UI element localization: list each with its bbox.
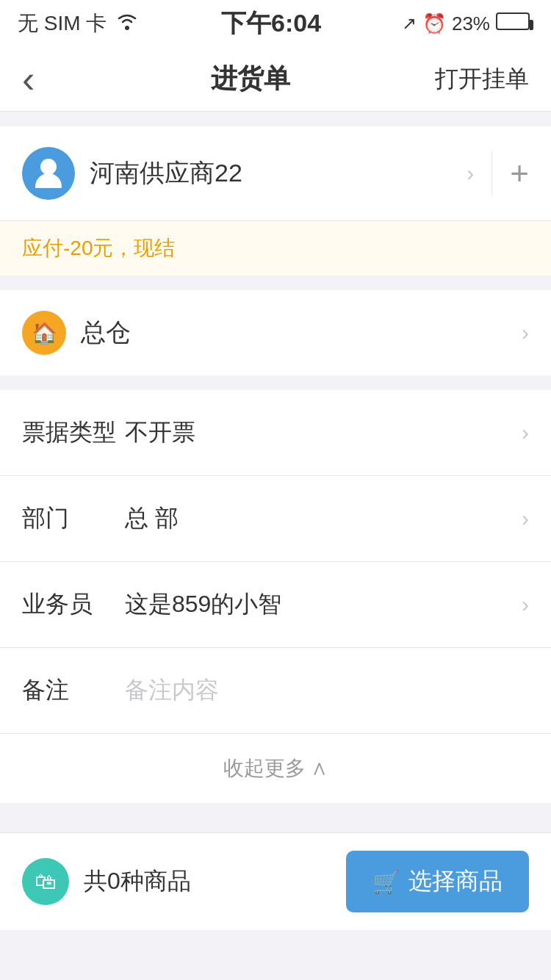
salesperson-value: 这是859的小智: [125, 588, 522, 621]
section-gap-4: [0, 803, 551, 818]
avatar-person-icon: [34, 159, 63, 188]
department-chevron-icon: ›: [522, 506, 529, 531]
remark-row[interactable]: 备注 备注内容: [0, 648, 551, 733]
select-product-label: 选择商品: [408, 865, 503, 898]
section-gap-3: [0, 375, 551, 390]
select-product-icon: 🛒: [372, 869, 400, 895]
supplier-row[interactable]: 河南供应商22 › +: [0, 126, 551, 221]
nav-bar: ‹ 进货单 打开挂单: [0, 47, 551, 112]
invoice-type-value: 不开票: [125, 417, 522, 449]
warehouse-card: 🏠 总仓 ›: [0, 290, 551, 375]
warehouse-icon: 🏠: [22, 311, 66, 355]
back-button[interactable]: ‹: [22, 57, 66, 101]
supplier-name: 河南供应商22: [90, 156, 467, 190]
section-gap-1: [0, 112, 551, 126]
supplier-chevron-icon: ›: [467, 161, 474, 186]
section-gap-2: [0, 275, 551, 290]
shopping-bag-icon: 🛍: [35, 869, 57, 894]
product-icon: 🛍: [22, 858, 69, 905]
status-left: 无 SIM 卡: [18, 10, 140, 37]
collapse-label: 收起更多 ∧: [223, 754, 328, 782]
svg-point-0: [125, 26, 129, 30]
remark-input[interactable]: 备注内容: [125, 674, 529, 707]
vertical-divider: [491, 151, 492, 195]
status-right: ↗ ⏰ 23%: [402, 12, 533, 35]
carrier-text: 无 SIM 卡: [18, 10, 107, 37]
supplier-card: 河南供应商22 › + 应付-20元，现结: [0, 126, 551, 275]
invoice-type-chevron-icon: ›: [522, 420, 529, 445]
form-card: 票据类型 不开票 › 部门 总 部 › 业务员 这是859的小智 › 备注 备注…: [0, 390, 551, 803]
status-time: 下午6:04: [221, 7, 321, 40]
battery-percent: 23%: [452, 12, 490, 35]
wifi-icon: [114, 12, 140, 36]
remark-label: 备注: [22, 674, 125, 707]
status-bar: 无 SIM 卡 下午6:04 ↗ ⏰ 23%: [0, 0, 551, 47]
add-supplier-button[interactable]: +: [510, 157, 529, 190]
open-pending-button[interactable]: 打开挂单: [435, 63, 529, 96]
page-title: 进货单: [211, 61, 290, 97]
department-value: 总 部: [125, 502, 522, 535]
department-label: 部门: [22, 502, 125, 535]
warehouse-chevron-icon: ›: [522, 320, 529, 345]
salesperson-chevron-icon: ›: [522, 592, 529, 617]
warehouse-building-icon: 🏠: [32, 321, 57, 345]
salesperson-label: 业务员: [22, 588, 125, 621]
department-row[interactable]: 部门 总 部 ›: [0, 476, 551, 562]
invoice-type-row[interactable]: 票据类型 不开票 ›: [0, 390, 551, 476]
location-icon: ↗: [402, 13, 417, 34]
select-product-button[interactable]: 🛒 选择商品: [346, 851, 529, 912]
supplier-notice: 应付-20元，现结: [0, 221, 551, 275]
supplier-avatar: [22, 147, 75, 200]
alarm-icon: ⏰: [422, 12, 446, 35]
invoice-type-label: 票据类型: [22, 417, 125, 449]
collapse-row[interactable]: 收起更多 ∧: [0, 733, 551, 803]
bottom-bar: 🛍 共0种商品 🛒 选择商品: [0, 832, 551, 930]
product-count-label: 共0种商品: [84, 865, 346, 898]
warehouse-name: 总仓: [81, 316, 522, 350]
salesperson-row[interactable]: 业务员 这是859的小智 ›: [0, 562, 551, 648]
warehouse-row[interactable]: 🏠 总仓 ›: [0, 290, 551, 375]
battery-icon: [496, 12, 533, 35]
